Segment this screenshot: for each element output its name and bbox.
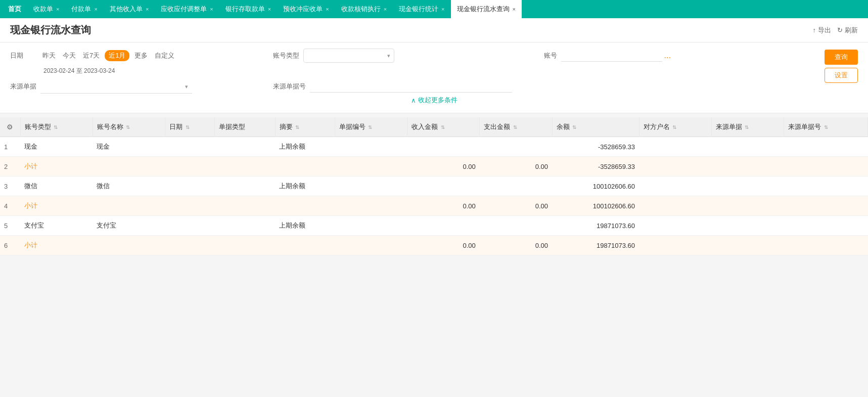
sort-icon: ⇅ <box>295 124 299 130</box>
account-type-label: 账号类型 <box>273 51 299 60</box>
account-dots-button[interactable]: ... <box>664 51 671 60</box>
source-doc-select-wrap <box>40 79 192 94</box>
query-button[interactable]: 查询 <box>825 50 858 65</box>
account-label: 账号 <box>544 51 557 60</box>
table-row[interactable]: 2小计0.000.00-3528659.33 <box>0 157 868 177</box>
page-title: 现金银行流水查询 <box>10 23 91 37</box>
sort-icon: ⇅ <box>824 124 828 130</box>
col-counterparty[interactable]: 对方户名 ⇅ <box>639 117 711 137</box>
col-expense[interactable]: 支出金额 ⇅ <box>480 117 552 137</box>
col-source-doc[interactable]: 来源单据 ⇅ <box>711 117 784 137</box>
collapse-icon: ∧ <box>411 97 416 104</box>
top-nav: 首页 收款单 × 付款单 × 其他收入单 × 应收应付调整单 × 银行存取款单 … <box>0 0 868 18</box>
sort-icon: ⇅ <box>745 124 749 130</box>
date-btn-more[interactable]: 更多 <box>132 50 150 61</box>
sort-icon: ⇅ <box>572 124 576 130</box>
col-doc-type[interactable]: 单据类型 <box>215 117 276 137</box>
date-btn-custom[interactable]: 自定义 <box>153 50 176 61</box>
sort-icon: ⇅ <box>126 124 130 130</box>
date-btn-today[interactable]: 今天 <box>61 50 78 61</box>
source-doc-no-input[interactable] <box>310 80 512 93</box>
refresh-button[interactable]: ↻ 刷新 <box>837 26 858 35</box>
collapse-bar[interactable]: ∧ 收起更多条件 <box>10 94 858 107</box>
filter-area: 日期 昨天 今天 近7天 近1月 更多 自定义 账号类型 <box>0 42 868 113</box>
close-icon[interactable]: × <box>268 6 271 12</box>
close-icon[interactable]: × <box>384 6 387 12</box>
table-settings-col[interactable]: ⚙ <box>0 117 20 137</box>
table-header-row: ⚙ 账号类型 ⇅ 账号名称 ⇅ 日期 ⇅ 单据类型 摘要 ⇅ 单据编号 ⇅ 收入… <box>0 117 868 137</box>
table-row[interactable]: 3微信微信上期余额100102606.60 <box>0 177 868 196</box>
source-doc-no-label: 来源单据号 <box>273 82 306 91</box>
nav-tab-yinhangcunkuan[interactable]: 银行存取款单 × <box>219 0 277 18</box>
nav-tab-qitashouru[interactable]: 其他收入单 × <box>104 0 155 18</box>
account-type-select[interactable] <box>303 49 394 63</box>
refresh-icon: ↻ <box>837 26 843 34</box>
close-icon[interactable]: × <box>210 6 213 12</box>
date-btn-1month[interactable]: 近1月 <box>105 50 129 61</box>
nav-tab-yingshouyingfu[interactable]: 应收应付调整单 × <box>155 0 219 18</box>
header-actions: ↑ 导出 ↻ 刷新 <box>813 26 858 35</box>
account-input[interactable] <box>561 50 662 62</box>
table-container: ⚙ 账号类型 ⇅ 账号名称 ⇅ 日期 ⇅ 单据类型 摘要 ⇅ 单据编号 ⇅ 收入… <box>0 117 868 255</box>
nav-tab-shoukuanhexiao[interactable]: 收款核销执行 × <box>335 0 393 18</box>
sort-icon: ⇅ <box>186 124 190 130</box>
close-icon[interactable]: × <box>146 6 149 12</box>
date-btn-7days[interactable]: 近7天 <box>81 50 102 61</box>
close-icon[interactable]: × <box>441 6 444 12</box>
table-row[interactable]: 5支付宝支付宝上期余额19871073.60 <box>0 216 868 236</box>
sort-icon: ⇅ <box>441 124 445 130</box>
nav-tab-fukuandan[interactable]: 付款单 × <box>65 0 103 18</box>
col-date[interactable]: 日期 ⇅ <box>165 117 215 137</box>
close-icon[interactable]: × <box>513 6 516 12</box>
nav-tab-shoukuandan[interactable]: 收款单 × <box>27 0 65 18</box>
col-income[interactable]: 收入金额 ⇅ <box>407 117 480 137</box>
export-icon: ↑ <box>813 26 816 34</box>
data-table: ⚙ 账号类型 ⇅ 账号名称 ⇅ 日期 ⇅ 单据类型 摘要 ⇅ 单据编号 ⇅ 收入… <box>0 117 868 255</box>
sort-icon: ⇅ <box>368 124 372 130</box>
nav-tab-xianjinyinhangtongjii[interactable]: 现金银行统计 × <box>393 0 450 18</box>
col-account-type[interactable]: 账号类型 ⇅ <box>20 117 93 137</box>
date-label: 日期 <box>10 51 40 60</box>
table-row[interactable]: 4小计0.000.00100102606.60 <box>0 196 868 216</box>
nav-tab-xianjinliushui[interactable]: 现金银行流水查询 × <box>451 0 522 18</box>
source-doc-label: 来源单据 <box>10 82 40 91</box>
page-header: 现金银行流水查询 ↑ 导出 ↻ 刷新 <box>0 18 868 42</box>
sort-icon: ⇅ <box>513 124 517 130</box>
table-row[interactable]: 6小计0.000.0019871073.60 <box>0 236 868 255</box>
sort-icon: ⇅ <box>54 124 58 130</box>
sort-icon: ⇅ <box>672 124 676 130</box>
export-button[interactable]: ↑ 导出 <box>813 26 832 35</box>
nav-tab-yushouzhongyingshuo[interactable]: 预收冲应收单 × <box>277 0 335 18</box>
col-summary[interactable]: 摘要 ⇅ <box>275 117 335 137</box>
table-row[interactable]: 1现金现金上期余额-3528659.33 <box>0 137 868 157</box>
date-options: 昨天 今天 近7天 近1月 更多 自定义 <box>40 50 176 61</box>
gear-icon[interactable]: ⚙ <box>7 123 13 131</box>
date-btn-yesterday[interactable]: 昨天 <box>40 50 58 61</box>
close-icon[interactable]: × <box>56 6 59 12</box>
account-type-select-wrap <box>303 49 394 63</box>
col-balance[interactable]: 余额 ⇅ <box>552 117 639 137</box>
nav-home[interactable]: 首页 <box>2 0 27 18</box>
source-doc-select[interactable] <box>40 79 192 94</box>
date-range-display: 2023-02-24 至 2023-03-24 <box>43 67 115 74</box>
col-account-name[interactable]: 账号名称 ⇅ <box>93 117 165 137</box>
table-body: 1现金现金上期余额-3528659.332小计0.000.00-3528659.… <box>0 137 868 255</box>
close-icon[interactable]: × <box>326 6 329 12</box>
col-doc-no[interactable]: 单据编号 ⇅ <box>335 117 407 137</box>
settings-button[interactable]: 设置 <box>825 68 858 83</box>
close-icon[interactable]: × <box>94 6 97 12</box>
col-source-doc-no[interactable]: 来源单据号 ⇅ <box>784 117 868 137</box>
